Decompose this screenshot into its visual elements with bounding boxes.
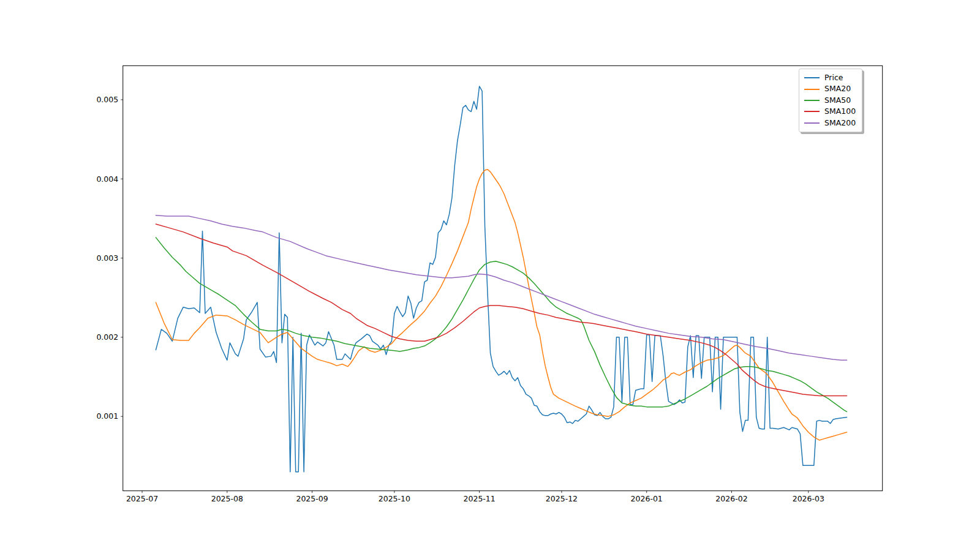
legend-item-sma20: SMA20	[804, 83, 856, 94]
sma100-line-swatch	[804, 111, 820, 112]
x-tick-label: 2025-09	[296, 494, 328, 503]
sma200-line-swatch	[804, 122, 820, 124]
legend-label-price: Price	[824, 74, 843, 82]
y-tick-label: 0.002	[96, 332, 118, 342]
price-line-swatch	[804, 77, 820, 78]
y-tick-label: 0.005	[96, 95, 118, 104]
legend-item-price: Price	[804, 72, 856, 83]
sma50-line-swatch	[804, 100, 820, 101]
legend-item-sma100: SMA100	[804, 106, 856, 117]
legend-item-sma50: SMA50	[804, 95, 856, 106]
figure: 2025-072025-082025-092025-102025-112025-…	[0, 0, 980, 551]
x-tick-label: 2026-02	[715, 494, 747, 503]
legend: Price SMA20 SMA50 SMA100 SMA200	[799, 69, 862, 132]
legend-label-sma50: SMA50	[824, 97, 851, 105]
plot-frame	[123, 66, 883, 490]
y-tick-label: 0.004	[96, 174, 118, 184]
x-tick-label: 2025-07	[126, 494, 158, 503]
sma20-line-swatch	[804, 89, 820, 90]
legend-item-sma200: SMA200	[804, 118, 856, 129]
x-tick-label: 2025-12	[546, 494, 578, 503]
x-tick-label: 2025-11	[464, 494, 496, 503]
x-tick-label: 2025-08	[211, 494, 243, 503]
x-tick-label: 2026-03	[793, 494, 824, 503]
y-tick-label: 0.001	[96, 411, 118, 421]
sma100-line	[156, 224, 846, 396]
legend-label-sma100: SMA100	[824, 108, 856, 116]
legend-label-sma20: SMA20	[824, 85, 851, 93]
x-tick-label: 2026-01	[631, 494, 663, 503]
legend-label-sma200: SMA200	[824, 119, 856, 127]
y-tick-label: 0.003	[96, 253, 118, 263]
sma20-line	[156, 170, 846, 440]
x-tick-label: 2025-10	[379, 494, 410, 503]
